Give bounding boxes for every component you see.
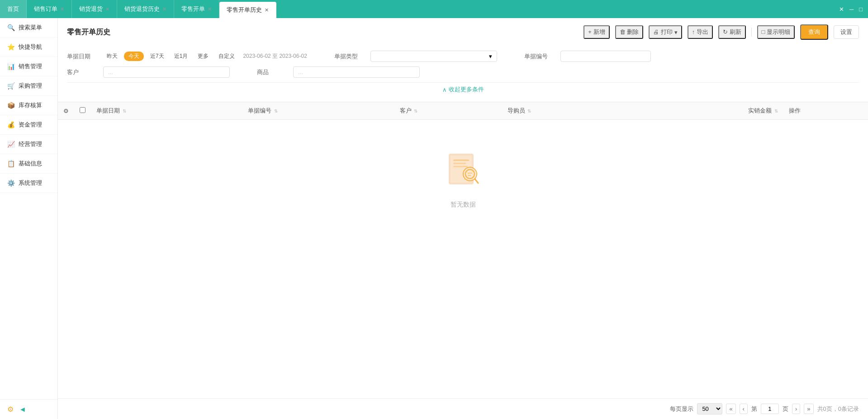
export-button[interactable]: ↑ 导出: [688, 25, 713, 39]
col-header-guide[interactable]: 导购员 ⇅: [502, 102, 632, 120]
pagination-first-btn[interactable]: «: [726, 404, 735, 414]
page-title: 零售开单历史: [67, 28, 110, 37]
settings-button[interactable]: 设置: [834, 25, 859, 39]
tab-home-label: 首页: [7, 5, 19, 13]
col-date-sort-icon: ⇅: [123, 108, 126, 113]
topbar-minimize-btn[interactable]: ─: [849, 6, 854, 13]
date-btn-yesterday[interactable]: 昨天: [103, 52, 121, 61]
date-btn-1month[interactable]: 近1月: [171, 52, 192, 61]
goods-filter-label: 商品: [257, 68, 284, 76]
type-select[interactable]: ▾: [370, 51, 497, 62]
display-cols-button[interactable]: □ 显示明细: [757, 25, 795, 39]
collapse-label: 收起更多条件: [449, 85, 484, 94]
search-icon: 🔍: [7, 24, 15, 31]
type-filter-label: 单据类型: [334, 52, 361, 61]
sidebar-item-sales[interactable]: 📊 销售管理: [0, 57, 57, 76]
col-header-customer[interactable]: 客户 ⇅: [394, 102, 502, 120]
operation-icon: 📈: [7, 141, 15, 148]
select-all-checkbox[interactable]: [80, 107, 85, 113]
pagination-page-input[interactable]: [761, 404, 779, 414]
empty-text: 暂无数据: [451, 201, 476, 209]
tab-retail-order-label: 零售开单: [181, 5, 205, 13]
refresh-button[interactable]: ↻ 刷新: [718, 25, 746, 39]
sidebar-sales-label: 销售管理: [19, 62, 42, 71]
topbar-maximize-btn[interactable]: □: [859, 6, 863, 13]
sidebar-search-label: 搜索菜单: [19, 24, 42, 32]
content-area: 零售开单历史 + 新增 🗑 删除 🖨 打印 ▾ ↑ 导出 ↻ 刷新 □ 显示明细…: [58, 18, 868, 419]
topbar-close-btn[interactable]: ✕: [839, 6, 844, 13]
tab-sales-return-label: 销货退货: [79, 5, 103, 13]
date-range-text: 2023-06-02 至 2023-06-02: [243, 52, 307, 60]
sidebar-quick-nav-label: 快捷导航: [19, 43, 42, 51]
svg-rect-3: [453, 163, 466, 164]
sidebar-bottom: ⚙ ◄: [0, 399, 57, 419]
checkbox-column-header[interactable]: [74, 102, 91, 120]
sidebar-inventory-label: 库存核算: [19, 101, 42, 109]
tab-retail-order[interactable]: 零售开单 ✕: [174, 0, 219, 18]
col-header-number[interactable]: 单据编号 ⇅: [242, 102, 394, 120]
tab-retail-history[interactable]: 零售开单历史 ✕: [219, 2, 276, 18]
quick-nav-icon: ⭐: [7, 43, 15, 51]
top-tab-bar: 首页 销售订单 ✕ 销货退货 ✕ 销货退货历史 ✕ 零售开单 ✕ 零售开单历史 …: [0, 0, 868, 18]
pagination-prev-btn[interactable]: ‹: [740, 404, 748, 414]
goods-input[interactable]: ...: [293, 66, 420, 78]
tab-retail-history-label: 零售开单历史: [227, 6, 262, 14]
col-header-amount[interactable]: 实销金额 ⇅: [632, 102, 783, 120]
tab-sales-order[interactable]: 销售订单 ✕: [27, 0, 72, 18]
pagination-next-btn[interactable]: ›: [792, 404, 800, 414]
filter-row-2: 客户 ... 商品 ...: [67, 66, 859, 78]
pagination: 每页显示 50 10 20 100 « ‹ 第 页 › » 共0页，0条记录: [58, 398, 868, 419]
tab-retail-order-close[interactable]: ✕: [208, 6, 212, 12]
sales-icon: 📊: [7, 63, 15, 70]
sidebar-item-operation[interactable]: 📈 经营管理: [0, 135, 57, 154]
sidebar-gear-btn[interactable]: ⚙: [7, 405, 14, 414]
date-btn-custom[interactable]: 自定义: [215, 52, 238, 61]
collapse-more-btn[interactable]: ∧ 收起更多条件: [67, 82, 859, 96]
sidebar-item-quick-nav[interactable]: ⭐ 快捷导航: [0, 38, 57, 57]
add-button[interactable]: + 新增: [583, 25, 609, 39]
sidebar-item-finance[interactable]: 💰 资金管理: [0, 115, 57, 135]
date-btn-today[interactable]: 今天: [124, 52, 144, 61]
customer-placeholder: ...: [108, 69, 113, 75]
delete-button[interactable]: 🗑 删除: [615, 25, 644, 39]
tab-sales-return-history-close[interactable]: ✕: [162, 6, 166, 12]
empty-state: 暂无数据: [58, 120, 868, 236]
filter-row-1: 单据日期 昨天 今天 近7天 近1月 更多 自定义 2023-06-02 至 2…: [67, 51, 859, 62]
sidebar-finance-label: 资金管理: [19, 121, 42, 129]
customer-input[interactable]: ...: [103, 66, 230, 78]
svg-rect-9: [468, 175, 471, 176]
pagination-page-suffix: 页: [783, 405, 788, 413]
svg-rect-4: [453, 166, 468, 167]
sidebar-item-purchase[interactable]: 🛒 采购管理: [0, 76, 57, 96]
sidebar-item-inventory[interactable]: 📦 库存核算: [0, 96, 57, 115]
tab-home[interactable]: 首页: [0, 0, 27, 18]
settings-column-header[interactable]: ⚙: [58, 102, 74, 120]
sidebar-item-search[interactable]: 🔍 搜索菜单: [0, 18, 57, 38]
tab-sales-order-close[interactable]: ✕: [60, 6, 64, 12]
per-page-select[interactable]: 50 10 20 100: [697, 403, 722, 414]
date-btn-more[interactable]: 更多: [194, 52, 212, 61]
tab-sales-return-close[interactable]: ✕: [105, 6, 109, 12]
col-amount-sort-icon: ⇅: [774, 108, 778, 113]
col-header-date[interactable]: 单据日期 ⇅: [91, 102, 242, 120]
toolbar-divider: [751, 28, 752, 37]
print-button[interactable]: 🖨 打印 ▾: [649, 25, 682, 39]
query-button[interactable]: 查询: [800, 24, 828, 40]
tab-retail-history-close[interactable]: ✕: [265, 7, 269, 13]
filter-section: 零售开单历史 + 新增 🗑 删除 🖨 打印 ▾ ↑ 导出 ↻ 刷新 □ 显示明细…: [58, 18, 868, 102]
number-input[interactable]: [560, 51, 651, 62]
sidebar-collapse-btn[interactable]: ◄: [19, 405, 26, 414]
topbar-right: ✕ ─ □: [839, 0, 868, 18]
table-header-row: ⚙ 单据日期 ⇅ 单据编号 ⇅: [58, 102, 868, 120]
tab-sales-return[interactable]: 销货退货 ✕: [72, 0, 117, 18]
print-arrow-icon: ▾: [674, 29, 678, 36]
sidebar-purchase-label: 采购管理: [19, 82, 42, 90]
tab-sales-return-history[interactable]: 销货退货历史 ✕: [117, 0, 174, 18]
tab-sales-order-label: 销售订单: [34, 5, 57, 13]
sidebar-item-system[interactable]: ⚙️ 系统管理: [0, 174, 57, 193]
svg-rect-2: [453, 160, 469, 161]
date-btn-7days[interactable]: 近7天: [147, 52, 168, 61]
sidebar-item-basic-info[interactable]: 📋 基础信息: [0, 154, 57, 174]
sidebar: 🔍 搜索菜单 ⭐ 快捷导航 📊 销售管理 🛒 采购管理 📦 库存核算 💰 资金管…: [0, 18, 58, 419]
pagination-last-btn[interactable]: »: [804, 404, 813, 414]
